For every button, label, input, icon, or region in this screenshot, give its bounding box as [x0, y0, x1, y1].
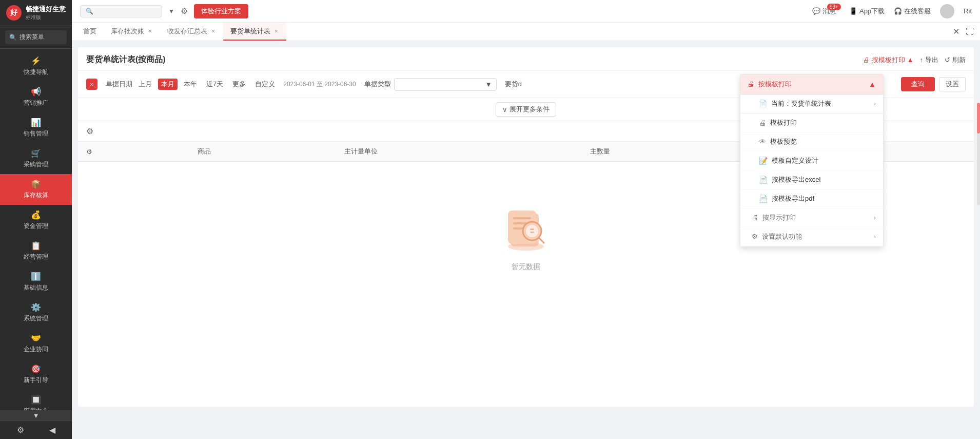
- template-print-button[interactable]: 🖨 按模板打印 ▲: [863, 55, 914, 65]
- user-avatar-button[interactable]: [940, 4, 954, 18]
- refresh-button[interactable]: ↺ 刷新: [945, 55, 966, 65]
- filter-settings-button[interactable]: 设置: [939, 77, 966, 91]
- guide-icon: 🎯: [31, 364, 41, 374]
- dropdown-item-custom-icon: 📝: [759, 157, 768, 165]
- tab-order-stat-close[interactable]: ×: [273, 28, 279, 34]
- tab-batch-account[interactable]: 库存批次账 ×: [104, 23, 160, 41]
- display-print-left: 🖨 按显示打印: [752, 213, 796, 222]
- table-settings-button[interactable]: ⚙: [86, 126, 93, 136]
- tab-receipt-summary[interactable]: 收发存汇总表 ×: [160, 23, 223, 41]
- date-last-month-button[interactable]: 上月: [135, 79, 155, 90]
- sidebar-item-basic[interactable]: ℹ️ 基础信息: [0, 266, 72, 297]
- right-scrollbar[interactable]: [977, 103, 980, 205]
- sidebar-item-enterprise[interactable]: 🤝 企业协同: [0, 328, 72, 359]
- date-this-month-button[interactable]: 本月: [158, 79, 178, 90]
- order-type-select[interactable]: ▼: [394, 78, 497, 91]
- finance-label: 资金管理: [24, 222, 48, 231]
- dropdown-item-template-preview-label: 模板预览: [770, 137, 797, 146]
- sidebar-item-purchase[interactable]: 🛒 采购管理: [0, 143, 72, 174]
- dropdown-current-template[interactable]: 📄 当前：要货单统计表 ›: [740, 94, 883, 113]
- marketing-icon: 📢: [31, 87, 41, 97]
- purchase-icon: 🛒: [31, 148, 41, 158]
- messages-button[interactable]: 💬 消息 99+: [812, 7, 836, 16]
- dropdown-item-template-print-label: 模板打印: [770, 118, 797, 127]
- dropdown-item-export-excel[interactable]: 📄 按模板导出excel: [740, 170, 883, 189]
- tab-batch-account-close[interactable]: ×: [147, 28, 153, 34]
- svg-point-7: [526, 225, 538, 237]
- goods-filter: 要货d: [505, 80, 522, 89]
- dropdown-item-template-custom-label: 模板自定义设计: [772, 156, 818, 165]
- sidebar-search-area: 🔍 搜索菜单: [0, 26, 72, 49]
- sidebar-item-quick-nav[interactable]: ⚡ 快捷导航: [0, 51, 72, 82]
- sidebar-item-operation[interactable]: 📋 经营管理: [0, 236, 72, 266]
- tab-home[interactable]: 首页: [76, 23, 104, 41]
- app-center-label: 应用中心: [24, 407, 48, 410]
- sidebar-audio-button[interactable]: ◀: [49, 425, 55, 435]
- expand-chevron-icon: ∨: [502, 106, 507, 113]
- sidebar-item-finance[interactable]: 💰 资金管理: [0, 205, 72, 236]
- header-dropdown-button[interactable]: ▼: [168, 8, 174, 15]
- date-this-year-button[interactable]: 本年: [181, 79, 200, 90]
- tab-expand-button[interactable]: ⛶: [964, 25, 976, 39]
- dropdown-item-export-pdf[interactable]: 📄 按模板导出pdf: [740, 189, 883, 208]
- sidebar-item-system[interactable]: ⚙️ 系统管理: [0, 297, 72, 328]
- header-search-icon: 🔍: [86, 8, 93, 15]
- tab-batch-account-label: 库存批次账: [111, 27, 144, 36]
- tab-close-all-button[interactable]: ✕: [951, 25, 962, 39]
- sidebar-search-button[interactable]: 🔍 搜索菜单: [5, 30, 67, 44]
- dropdown-item-template-custom[interactable]: 📝 模板自定义设计: [740, 151, 883, 170]
- expand-more-button[interactable]: ∨ 展开更多条件: [496, 102, 556, 117]
- sidebar-scroll-down-button[interactable]: ▼: [0, 410, 72, 421]
- dropdown-item-printer-icon: 🖨: [759, 119, 766, 127]
- date-custom-button[interactable]: 自定义: [252, 79, 278, 90]
- order-type-label: 单据类型: [364, 80, 391, 89]
- dropdown-sub-display-print[interactable]: 🖨 按显示打印 ›: [740, 208, 883, 227]
- header: 🔍 ▼ ⚙ 体验行业方案 💬 消息 99+ 📱 App下载 🎧 在线客服: [72, 0, 980, 23]
- sidebar-item-app-center[interactable]: 🔲 应用中心: [0, 390, 72, 410]
- set-default-arrow: ›: [874, 233, 876, 240]
- filter-expand-button[interactable]: »: [86, 79, 97, 90]
- sidebar-item-guide[interactable]: 🎯 新手引导: [0, 359, 72, 390]
- sales-label: 销售管理: [24, 129, 48, 138]
- header-search-box: 🔍: [80, 5, 162, 17]
- sidebar-settings-button[interactable]: ⚙: [17, 425, 24, 435]
- operation-label: 经营管理: [24, 253, 48, 261]
- system-icon: ⚙️: [31, 302, 41, 312]
- date-range-text: 2023-06-01 至 2023-06-30: [283, 80, 356, 89]
- dropdown-item-template-print[interactable]: 🖨 模板打印: [740, 113, 883, 132]
- page-header-actions: 🖨 按模板打印 ▲ ↑ 导出 ↺ 刷新: [863, 55, 966, 65]
- tab-bar: 首页 库存批次账 × 收发存汇总表 × 要货单统计表 × ✕ ⛶: [72, 23, 980, 41]
- dropdown-item-template-preview[interactable]: 👁 模板预览: [740, 132, 883, 151]
- messages-badge: 99+: [827, 4, 841, 10]
- sidebar-item-marketing[interactable]: 📢 营销推广: [0, 82, 72, 112]
- tab-order-stat[interactable]: 要货单统计表 ×: [223, 23, 286, 41]
- online-service-button[interactable]: 🎧 在线客服: [894, 7, 931, 16]
- filter-action-buttons: 查询 设置: [901, 77, 966, 91]
- app-download-button[interactable]: 📱 App下载: [849, 7, 885, 16]
- header-settings-button[interactable]: ⚙: [181, 6, 188, 16]
- template-print-label: 按模板打印: [872, 55, 905, 65]
- online-service-label: 在线客服: [904, 7, 931, 16]
- export-button[interactable]: ↑ 导出: [920, 55, 939, 65]
- display-print-arrow: ›: [874, 214, 876, 221]
- user-name-button[interactable]: Rit: [964, 7, 972, 15]
- sidebar-item-inventory[interactable]: 📦 库存核算: [0, 174, 72, 205]
- app-download-label: App下载: [859, 7, 885, 16]
- inventory-label: 库存核算: [24, 191, 48, 200]
- user-name-label: Rit: [964, 7, 972, 15]
- header-search-input[interactable]: [96, 8, 158, 15]
- tab-receipt-summary-close[interactable]: ×: [210, 28, 216, 34]
- dropdown-header-right: ▲: [869, 80, 876, 88]
- app-download-icon: 📱: [849, 7, 857, 15]
- dropdown-collapse-button[interactable]: ▲: [869, 80, 876, 88]
- date-more-button[interactable]: 更多: [229, 79, 249, 90]
- quick-nav-icon: ⚡: [31, 56, 41, 66]
- trial-button[interactable]: 体验行业方案: [194, 4, 248, 18]
- enterprise-icon: 🤝: [31, 333, 41, 343]
- date-7days-button[interactable]: 近7天: [203, 79, 226, 90]
- logo-text: 畅捷通好生意 标准版: [26, 5, 66, 21]
- query-button[interactable]: 查询: [901, 77, 935, 91]
- sidebar-item-sales[interactable]: 📊 销售管理: [0, 112, 72, 143]
- dropdown-sub-set-default[interactable]: ⚙ 设置默认功能 ›: [740, 227, 883, 246]
- dropdown-item-excel-icon: 📄: [759, 176, 768, 184]
